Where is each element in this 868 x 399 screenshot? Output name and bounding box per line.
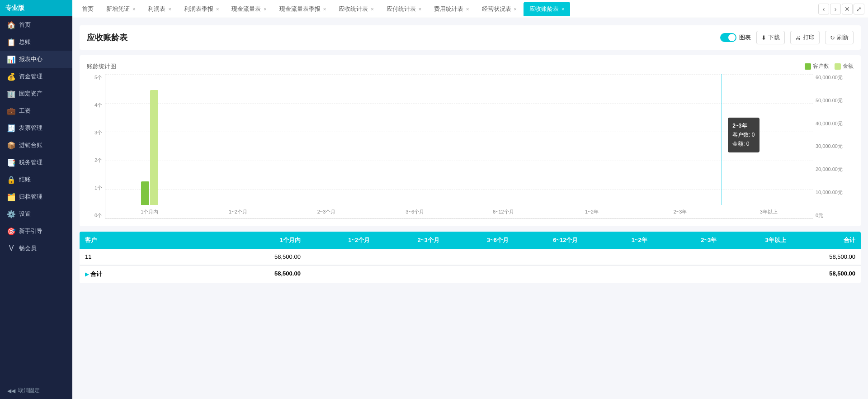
tab-label-voucher: 新增凭证: [106, 5, 130, 13]
sidebar-item-reports[interactable]: 📊报表中心: [0, 51, 72, 68]
table-body: 1158,500.0058,500.00▶合计58,500.0058,500.0…: [80, 249, 861, 283]
sidebar-collapse-btn[interactable]: ◀◀ 取消固定: [0, 382, 72, 399]
total-icon: ▶: [85, 271, 89, 277]
data-table: 客户1个月内1~2个月2~3个月3~6个月6~12个月1~2年2~3年3年以上合…: [80, 232, 861, 283]
print-btn[interactable]: 🖨 打印: [790, 31, 820, 44]
tab-voucher[interactable]: 新增凭证×: [100, 2, 141, 16]
sidebar-item-ledger[interactable]: 📋总账: [0, 33, 72, 51]
table-total-cell-6: [583, 266, 652, 283]
tab-close-profit_q[interactable]: ×: [216, 6, 219, 12]
sidebar-item-tax[interactable]: 📑税务管理: [0, 154, 72, 171]
sidebar-icon-settings: ⚙️: [7, 210, 15, 218]
collapse-icon: ◀◀: [7, 388, 15, 394]
header-actions: 图表 ⬇ 下载 🖨 打印 ↻ 刷新: [720, 31, 854, 44]
tab-close-cashflow[interactable]: ×: [264, 6, 266, 12]
print-icon: 🖨: [795, 34, 801, 41]
sidebar-label-home: 首页: [19, 21, 31, 29]
sidebar-item-closing[interactable]: 🔒结账: [0, 171, 72, 188]
table-header-cell-8: 3年以上: [722, 232, 791, 249]
table-row: 1158,500.0058,500.00: [80, 249, 861, 265]
x-label: 3年以上: [724, 209, 813, 215]
sidebar-icon-closing: 🔒: [7, 176, 15, 184]
tab-close-btn[interactable]: ✕: [842, 4, 853, 14]
tab-close-ar_stat[interactable]: ×: [371, 6, 373, 12]
tab-cashflow[interactable]: 现金流量表×: [226, 2, 272, 16]
legend-customer-color: [805, 63, 811, 70]
toggle-thumb: [728, 34, 736, 41]
bar-group-5: [547, 74, 636, 205]
chart-title: 账龄统计图: [87, 62, 854, 71]
tab-close-voucher[interactable]: ×: [132, 6, 135, 12]
tab-cashflow_q[interactable]: 现金流量表季报×: [274, 2, 332, 16]
sidebar-item-vip[interactable]: V畅会员: [0, 240, 72, 257]
tab-next-btn[interactable]: ›: [830, 4, 841, 14]
y-left-label: 1个: [94, 185, 102, 191]
legend-customer-label: 客户数: [813, 62, 829, 70]
y-right-label: 50,000.00元: [816, 97, 843, 104]
refresh-btn[interactable]: ↻ 刷新: [825, 31, 854, 44]
y-left-label: 3个: [94, 129, 102, 136]
sidebar-icon-vip: V: [7, 244, 15, 252]
tab-home[interactable]: 首页: [76, 2, 99, 16]
tab-label-ap_stat: 应付统计表: [387, 5, 416, 13]
y-right-label: 40,000.00元: [816, 120, 843, 127]
sidebar-item-guide[interactable]: 🎯新手引导: [0, 223, 72, 240]
tab-ap_stat[interactable]: 应付统计表×: [381, 2, 427, 16]
tab-close-biz[interactable]: ×: [514, 6, 517, 12]
sidebar-icon-funds: 💰: [7, 72, 15, 81]
tab-close-ap_stat[interactable]: ×: [419, 6, 421, 12]
tab-prev-btn[interactable]: ‹: [818, 4, 829, 14]
tab-close-expense[interactable]: ×: [466, 6, 469, 12]
toggle-track[interactable]: [720, 33, 736, 42]
table-header-cell-1: 1个月内: [236, 232, 306, 249]
sidebar-item-invoice[interactable]: 🧾发票管理: [0, 119, 72, 137]
tab-label-home: 首页: [82, 5, 94, 13]
table-total-row: ▶合计58,500.0058,500.00: [80, 265, 861, 283]
y-left-label: 2个: [94, 157, 102, 164]
chart-toggle[interactable]: 图表: [720, 33, 751, 42]
sidebar-icon-reports: 📊: [7, 55, 15, 63]
x-label: 6~12个月: [459, 209, 548, 215]
sidebar-item-assets[interactable]: 🏢固定资产: [0, 85, 72, 102]
sidebar-item-salary[interactable]: 💼工资: [0, 102, 72, 119]
chart-legend: 客户数 金额: [805, 62, 854, 70]
tab-close-profit[interactable]: ×: [168, 6, 171, 12]
download-btn[interactable]: ⬇ 下载: [756, 31, 785, 44]
sidebar-icon-invoice: 🧾: [7, 124, 15, 132]
tab-profit_q[interactable]: 利润表季报×: [178, 2, 225, 16]
table-cell-0-3: [375, 249, 444, 265]
tab-profit[interactable]: 利润表×: [142, 2, 177, 16]
tab-close-ar_aging[interactable]: ×: [561, 6, 564, 12]
sidebar-label-salary: 工资: [19, 107, 31, 115]
tab-biz[interactable]: 经营状况表×: [476, 2, 523, 16]
y-right-label: 60,000.00元: [816, 74, 843, 81]
page-content: 应收账龄表 图表 ⬇ 下载 🖨 打印 ↻ 刷新: [72, 18, 868, 399]
table-cell-0-5: [514, 249, 583, 265]
table-total-cell-8: [722, 266, 791, 283]
sidebar-label-closing: 结账: [19, 176, 31, 184]
hover-line: [721, 74, 722, 205]
app-logo: 专业版: [0, 0, 72, 16]
tab-ar_aging[interactable]: 应收账龄表×: [524, 2, 570, 16]
x-label: 1~2个月: [194, 209, 283, 215]
bar-customer-0: [141, 181, 149, 205]
sidebar: 专业版 🏠首页📋总账📊报表中心💰资金管理🏢固定资产💼工资🧾发票管理📦进销台账📑税…: [0, 0, 72, 399]
sidebar-item-funds[interactable]: 💰资金管理: [0, 68, 72, 85]
sidebar-item-archive[interactable]: 🗂️归档管理: [0, 188, 72, 205]
bar-group-7: [724, 74, 813, 205]
tab-ar_stat[interactable]: 应收统计表×: [333, 2, 379, 16]
bar-group-6: [636, 74, 725, 205]
x-label: 3~6个月: [371, 209, 459, 215]
y-axis-right: 60,000.00元50,000.00元40,000.00元30,000.00元…: [813, 74, 854, 219]
table-cell-0-9: 58,500.00: [792, 249, 861, 265]
sidebar-icon-assets: 🏢: [7, 90, 15, 98]
tab-expense[interactable]: 费用统计表×: [428, 2, 475, 16]
tab-expand-btn[interactable]: ⤢: [854, 4, 864, 14]
y-left-label: 5个: [94, 74, 102, 81]
legend-amount-color: [835, 63, 841, 70]
tab-label-profit_q: 利润表季报: [184, 5, 213, 13]
sidebar-item-purchase[interactable]: 📦进销台账: [0, 137, 72, 154]
sidebar-item-home[interactable]: 🏠首页: [0, 16, 72, 33]
tab-close-cashflow_q[interactable]: ×: [323, 6, 326, 12]
sidebar-item-settings[interactable]: ⚙️设置: [0, 205, 72, 223]
